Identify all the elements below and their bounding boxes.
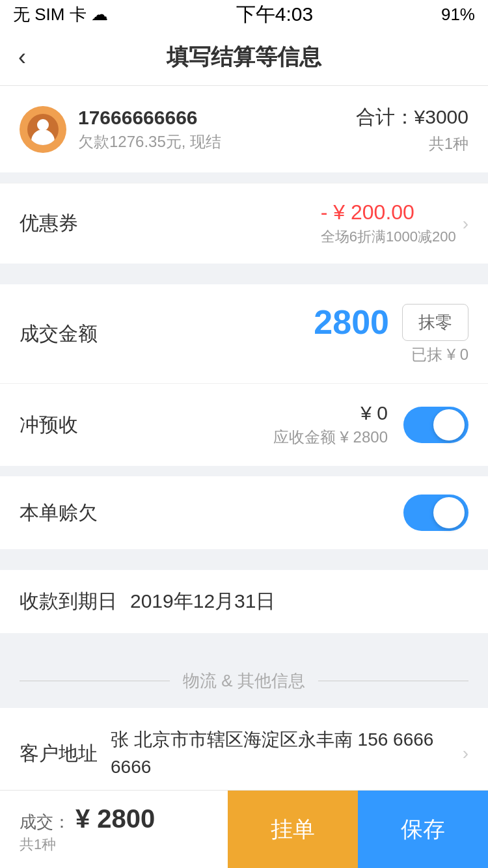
- page-title: 填写结算等信息: [167, 42, 321, 72]
- deal-amount-row: 成交金额 2800 抹零 已抹 ¥ 0: [0, 284, 488, 384]
- content: 17666666666 欠款1276.35元, 现结 合计：¥3000 共1种 …: [0, 86, 488, 868]
- round-button[interactable]: 抹零: [402, 304, 468, 341]
- form-section: 成交金额 2800 抹零 已抹 ¥ 0 冲预收 ¥ 0 应收金额 ¥ 2800: [0, 284, 488, 466]
- chong-sub: 应收金额 ¥ 2800: [273, 427, 388, 448]
- customer-phone: 17666666666: [78, 107, 221, 129]
- status-time: 下午4:03: [236, 1, 313, 28]
- bendan-row: 本单赊欠: [0, 476, 488, 549]
- amount-right: 2800 抹零: [314, 303, 468, 342]
- customer-right: 合计：¥3000 共1种: [356, 104, 468, 154]
- chong-yushou-label: 冲预收: [20, 412, 78, 439]
- bendan-toggle[interactable]: [403, 495, 468, 531]
- avatar-icon: [27, 114, 59, 145]
- status-right: 91%: [441, 5, 475, 25]
- coupon-row[interactable]: 优惠券 - ¥ 200.00 全场6折满1000减200 ›: [0, 183, 488, 264]
- section-divider-4: [0, 633, 488, 644]
- section-divider-2: [0, 466, 488, 476]
- address-value: 张 北京市市辖区海淀区永丰南 156 6666 6666: [111, 726, 463, 781]
- due-date-value: 2019年12月31日: [130, 588, 275, 615]
- customer-card: 17666666666 欠款1276.35元, 现结 合计：¥3000 共1种: [0, 86, 488, 172]
- status-bar: 无 SIM 卡 ☁ 下午4:03 91%: [0, 0, 488, 29]
- back-button[interactable]: ‹: [18, 44, 26, 71]
- customer-sub: 欠款1276.35元, 现结: [78, 131, 221, 152]
- deal-amount-label: 成交金额: [20, 321, 98, 347]
- chong-yushou-toggle[interactable]: [403, 407, 468, 443]
- customer-info: 17666666666 欠款1276.35元, 现结: [78, 107, 221, 152]
- address-chevron-icon: ›: [463, 743, 468, 764]
- footer: 成交： ¥ 2800 共1种 挂单 保存: [0, 790, 488, 868]
- bendan-section: 本单赊欠: [0, 476, 488, 549]
- chong-yushou-row: 冲预收 ¥ 0 应收金额 ¥ 2800: [0, 384, 488, 466]
- due-date-label: 收款到期日: [20, 588, 117, 615]
- chong-value: ¥ 0: [273, 402, 388, 424]
- logistics-label: 物流 & 其他信息: [183, 670, 305, 692]
- section-divider-3: [0, 549, 488, 560]
- section-divider-1: [0, 274, 488, 284]
- customer-left: 17666666666 欠款1276.35元, 现结: [20, 106, 221, 153]
- sim-status: 无 SIM 卡 ☁: [13, 3, 108, 26]
- coupon-right: - ¥ 200.00 全场6折满1000减200 ›: [321, 200, 468, 247]
- footer-deal-label: 成交：: [20, 811, 70, 834]
- address-row[interactable]: 客户地址 张 北京市市辖区海淀区永丰南 156 6666 6666 ›: [0, 708, 488, 799]
- logistics-divider: 物流 & 其他信息: [0, 654, 488, 708]
- footer-deal-amount: ¥ 2800: [75, 804, 155, 834]
- hang-button[interactable]: 挂单: [228, 791, 358, 868]
- footer-info: 成交： ¥ 2800 共1种: [0, 804, 228, 854]
- nav-bar: ‹ 填写结算等信息: [0, 29, 488, 86]
- chevron-right-icon: ›: [463, 213, 468, 234]
- customer-total: 合计：¥3000: [356, 104, 468, 131]
- bendan-label: 本单赊欠: [20, 500, 98, 526]
- customer-count: 共1种: [356, 133, 468, 154]
- deal-amount-sub: 已抹 ¥ 0: [314, 344, 468, 365]
- coupon-desc: 全场6折满1000减200: [321, 227, 456, 247]
- due-date-row: 收款到期日 2019年12月31日: [0, 570, 488, 633]
- coupon-amount: - ¥ 200.00: [321, 200, 456, 224]
- footer-count: 共1种: [20, 835, 208, 854]
- coupon-label: 优惠券: [20, 210, 78, 237]
- save-button[interactable]: 保存: [358, 791, 488, 868]
- avatar: [20, 106, 66, 153]
- status-left: 无 SIM 卡 ☁: [13, 3, 108, 26]
- battery-status: 91%: [441, 5, 475, 25]
- address-label: 客户地址: [20, 740, 98, 767]
- chong-right: ¥ 0 应收金额 ¥ 2800: [273, 402, 388, 448]
- deal-amount-value: 2800: [314, 303, 389, 342]
